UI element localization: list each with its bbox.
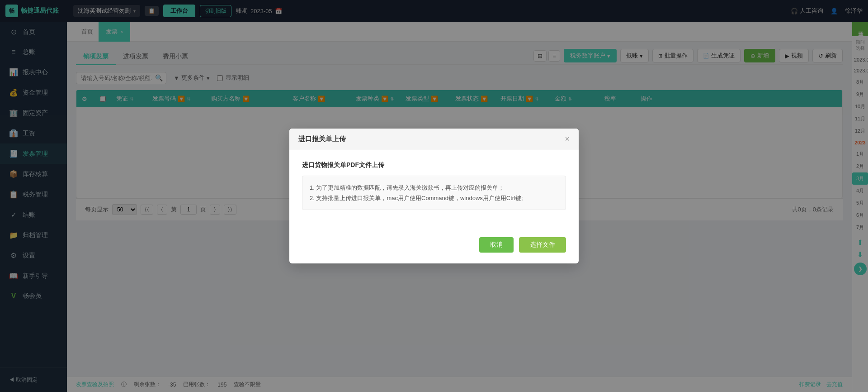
modal-section-title: 进口货物报关单PDF文件上传 <box>302 161 566 169</box>
modal-header: 进口报关单上传 × <box>289 129 579 150</box>
modal-body: 进口货物报关单PDF文件上传 1. 为了更加精准的数据匹配，请先录入海关缴款书，… <box>289 150 579 230</box>
modal-cancel-button[interactable]: 取消 <box>479 237 514 253</box>
modal-footer: 取消 选择文件 <box>289 230 579 263</box>
modal-info-item-2: 2. 支持批量上传进口报关单，mac用户使用Command键，windows用户… <box>310 193 558 203</box>
modal-close-button[interactable]: × <box>565 135 570 143</box>
modal-title: 进口报关单上传 <box>298 135 346 143</box>
modal-info-item-1: 1. 为了更加精准的数据匹配，请先录入海关缴款书，再上传对应的报关单； <box>310 182 558 193</box>
import-customs-modal: 进口报关单上传 × 进口货物报关单PDF文件上传 1. 为了更加精准的数据匹配，… <box>289 129 579 264</box>
modal-info-box: 1. 为了更加精准的数据匹配，请先录入海关缴款书，再上传对应的报关单； 2. 支… <box>302 176 566 210</box>
modal-overlay[interactable]: 进口报关单上传 × 进口货物报关单PDF文件上传 1. 为了更加精准的数据匹配，… <box>0 0 868 392</box>
modal-select-file-button[interactable]: 选择文件 <box>519 237 566 253</box>
